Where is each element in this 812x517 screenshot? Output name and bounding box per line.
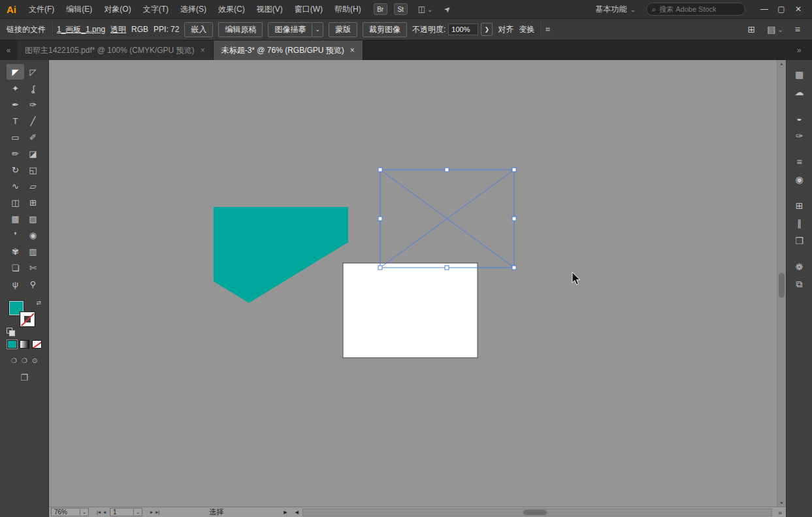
selection-tool[interactable]: ◤ [7,64,24,80]
minimize-button[interactable]: — [756,5,773,14]
draw-behind-icon[interactable]: ❍ [22,357,27,364]
menu-effect[interactable]: 效果(C) [212,4,251,15]
artboard-canvas[interactable]: ▲ ▼ [49,60,786,507]
align-link[interactable]: 对齐 [498,24,513,35]
stock-button[interactable]: St [394,3,408,15]
pathfinder-panel-icon[interactable]: ❒ [787,232,812,249]
arrange-grid-icon[interactable]: ⊞ [747,24,755,35]
gradient-tool[interactable]: ▨ [24,211,42,227]
slice-tool[interactable]: ✄ [24,260,42,275]
horizontal-scrollbar[interactable] [302,509,772,516]
horizontal-scroll-thumb[interactable] [523,510,547,515]
menu-edit[interactable]: 编辑(E) [60,4,98,15]
menu-type[interactable]: 文字(T) [137,4,174,15]
type-tool[interactable]: T [7,113,24,129]
edit-original-button[interactable]: 编辑原稿 [218,22,263,37]
scroll-down-icon[interactable]: ▼ [777,501,786,505]
shape-builder-tool[interactable]: ◫ [7,195,24,210]
view-options-icon[interactable]: ▤ ⌄ [767,24,783,35]
eraser-tool[interactable]: ◪ [24,146,42,161]
opacity-input[interactable] [448,24,478,35]
lasso-tool[interactable]: ʆ [24,80,42,96]
swap-fill-stroke-icon[interactable]: ⇄ [36,300,41,306]
brushes-panel-icon[interactable]: ✑ [787,127,812,144]
embed-button[interactable]: 嵌入 [184,22,213,37]
stroke-color-swatch[interactable] [20,312,35,326]
artboard-select[interactable]: 1 ⌄ [110,508,142,516]
linked-file-name[interactable]: 1_画板_1.png [57,24,105,35]
hand-tool[interactable]: ψ [7,276,24,292]
color-button[interactable] [7,340,17,349]
blend-tool[interactable]: ◉ [24,227,42,243]
document-tab-2[interactable]: 未标题-3* @ 76% (RGB/GPU 预览) × [214,40,363,60]
color-panel-icon[interactable]: ◒ [787,109,812,127]
bridge-button[interactable]: Br [374,3,387,15]
transform-link[interactable]: 变换 [519,24,534,35]
document-tab-1[interactable]: 图帮主1422105.pdf* @ 100% (CMYK/GPU 预览) × [17,40,214,60]
bounding-box-icon[interactable]: ⌗ [545,25,550,34]
restore-button[interactable]: ▢ [773,5,790,14]
close-tab-icon[interactable]: × [350,46,355,55]
stroke-panel-icon[interactable]: ≡ [787,153,812,170]
menu-select[interactable]: 选择(S) [174,4,212,15]
vertical-scrollbar[interactable]: ▲ ▼ [777,60,786,507]
scrollbar-left-arrow-icon[interactable]: ◀ [295,510,299,515]
artboards-panel-icon[interactable]: ▦ [787,65,812,83]
image-trace-preset-button[interactable]: ⌄ [312,22,323,37]
artboard-tool[interactable]: ❏ [7,260,24,275]
scrollbar-right-arrow-icon[interactable]: » [776,509,784,516]
selection-bounding-box[interactable] [378,168,516,270]
vertical-scroll-thumb[interactable] [779,273,785,298]
menu-file[interactable]: 文件(F) [23,4,60,15]
workspace-switcher[interactable]: 基本功能 ⌄ [596,4,636,15]
none-button[interactable] [32,340,42,349]
column-graph-tool[interactable]: ▥ [24,243,42,259]
teal-shape[interactable] [214,207,348,303]
close-tab-icon[interactable]: × [201,46,205,55]
adobe-stock-searchbox[interactable]: ⌕ [646,3,745,16]
draw-normal-icon[interactable]: ❍ [11,357,17,364]
line-segment-tool[interactable]: ╱ [24,113,42,129]
menu-object[interactable]: 对象(O) [98,4,137,15]
illustrator-app-icon[interactable]: Ai [0,4,23,15]
perspective-grid-tool[interactable]: ⊞ [24,195,42,210]
transform-panel-icon[interactable]: ⊞ [787,196,812,214]
last-artboard-button[interactable]: ▸| [155,509,159,515]
gradient-button[interactable] [20,340,29,349]
gradient-panel-icon[interactable]: ◉ [787,170,812,188]
scale-tool[interactable]: ◱ [24,162,42,178]
mask-button[interactable]: 蒙版 [329,22,357,37]
scroll-up-icon[interactable]: ▲ [777,61,786,66]
white-rectangle[interactable] [343,263,478,358]
collapse-right-dock-icon[interactable]: » [786,40,812,60]
rectangle-tool[interactable]: ▭ [7,129,24,145]
free-transform-tool[interactable]: ▱ [24,178,42,194]
panel-menu-icon[interactable]: ≡ [795,24,800,35]
menu-window[interactable]: 窗口(W) [289,4,329,15]
align-panel-icon[interactable]: ∥ [787,214,812,232]
image-trace-button[interactable]: 图像描摹 [268,22,312,37]
change-screen-mode-icon[interactable]: ❐ [0,373,48,383]
zoom-tool[interactable]: ⚲ [24,276,42,292]
search-input[interactable] [659,5,739,13]
close-button[interactable]: ✕ [790,5,807,14]
magic-wand-tool[interactable]: ✦ [7,80,24,96]
rotate-tool[interactable]: ↻ [7,162,24,178]
previous-artboard-button[interactable]: ◂ [103,509,106,515]
next-artboard-button[interactable]: ▸ [150,509,153,515]
libraries-panel-icon[interactable]: ☁ [787,83,812,101]
pen-tool[interactable]: ✒ [7,97,24,112]
paintbrush-tool[interactable]: ✐ [24,129,42,145]
direct-selection-tool[interactable]: ◸ [24,64,42,80]
draw-inside-icon[interactable]: ⊙ [32,357,37,364]
symbol-sprayer-tool[interactable]: ✾ [7,243,24,259]
layers-panel-icon[interactable]: ⧉ [787,275,812,293]
transparency-link[interactable]: 透明 [110,24,126,35]
menu-help[interactable]: 帮助(H) [329,4,367,15]
symbols-panel-icon[interactable]: ❁ [787,258,812,275]
arrange-documents-icon[interactable]: ◫ ⌄ [418,5,433,14]
status-expand-icon[interactable]: ▶ [284,510,287,515]
curvature-tool[interactable]: ✑ [24,97,42,112]
gpu-performance-icon[interactable]: ➤ [442,3,453,14]
collapse-left-dock-icon[interactable]: « [0,40,17,60]
